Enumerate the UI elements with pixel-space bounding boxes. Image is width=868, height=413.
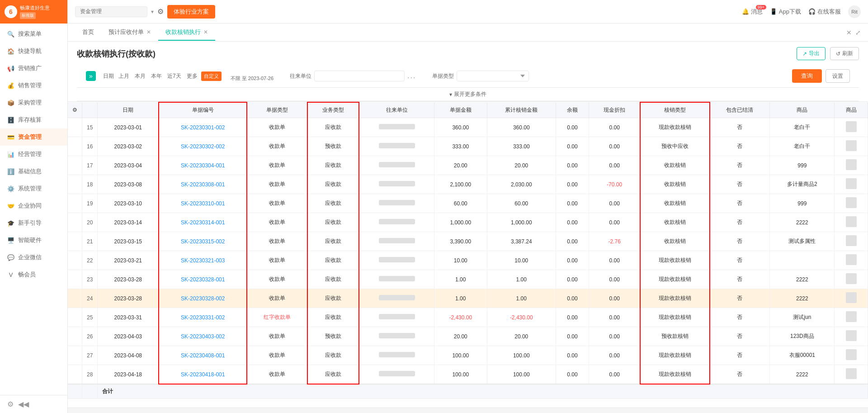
cell-order-no[interactable]: SK-20230314-001: [159, 213, 247, 232]
col-header-order-no[interactable]: 单据编号: [159, 102, 247, 118]
cell-settings[interactable]: [68, 175, 82, 194]
table-row[interactable]: 162023-03-02SK-20230302-002收款单预收款333.003…: [68, 137, 868, 156]
table-container[interactable]: ⚙ 日期 单据编号 单据类型 业务类型 往来单位 单据金额 累计核销金额 余额 …: [68, 102, 868, 408]
sidebar-item-purchase[interactable]: 📦 采购管理: [0, 94, 67, 111]
cell-settings[interactable]: [68, 137, 82, 156]
order-no-link[interactable]: SK-20230315-002: [181, 238, 225, 245]
cell-order-no[interactable]: SK-20230331-002: [159, 308, 247, 327]
table-row[interactable]: 192023-03-10SK-20230310-001收款单应收款60.0060…: [68, 194, 868, 213]
order-no-link[interactable]: SK-20230403-002: [181, 333, 225, 340]
cell-settings[interactable]: [68, 194, 82, 213]
table-row[interactable]: 232023-03-28SK-20230328-001收款单应收款1.001.0…: [68, 270, 868, 289]
tab-expand-icon[interactable]: ⤢: [855, 29, 861, 36]
col-header-order-type[interactable]: 单据类型: [247, 102, 307, 118]
date-btn-thismonth[interactable]: 本月: [133, 71, 147, 81]
cell-order-no[interactable]: SK-20230304-001: [159, 156, 247, 175]
order-no-link[interactable]: SK-20230310-001: [181, 200, 225, 207]
tab-prepay[interactable]: 预计应收付单 ✕: [101, 24, 158, 41]
sidebar-item-search[interactable]: 🔍 搜索菜单: [0, 25, 67, 43]
order-no-link[interactable]: SK-20230321-003: [181, 257, 225, 264]
cell-settings[interactable]: [68, 327, 82, 346]
col-header-include-settled[interactable]: 包含已结清: [710, 102, 770, 118]
cell-settings[interactable]: [68, 213, 82, 232]
col-header-cancel-type[interactable]: 核销类型: [640, 102, 710, 118]
cell-settings[interactable]: [68, 365, 82, 385]
tab-collection[interactable]: 收款核销执行 ✕: [158, 24, 215, 41]
notification-btn[interactable]: 🔔 消息 99+: [742, 8, 763, 16]
column-settings-icon[interactable]: ⚙: [72, 107, 77, 113]
collapse-icon[interactable]: ◀◀: [18, 400, 29, 408]
cell-order-no[interactable]: SK-20230321-003: [159, 251, 247, 270]
industry-btn[interactable]: 体验行业方案: [167, 5, 215, 19]
date-btn-lastmonth[interactable]: 上月: [117, 71, 131, 81]
col-header-product[interactable]: 商品: [770, 102, 835, 118]
order-no-link[interactable]: SK-20230308-001: [181, 181, 225, 188]
breadcrumb-input[interactable]: [75, 6, 147, 17]
cell-settings[interactable]: [68, 251, 82, 270]
sidebar-item-finance[interactable]: 💳 资金管理: [0, 128, 67, 146]
order-no-link[interactable]: SK-20230314-001: [181, 219, 225, 226]
refresh-btn[interactable]: ↺ 刷新: [830, 47, 859, 60]
sidebar-item-sales[interactable]: 💰 销售管理: [0, 77, 67, 94]
cell-order-no[interactable]: SK-20230301-002: [159, 118, 247, 137]
table-scroll-bar[interactable]: [68, 408, 868, 413]
tab-close-all-icon[interactable]: ✕: [846, 29, 852, 36]
cell-order-no[interactable]: SK-20230328-001: [159, 270, 247, 289]
sidebar-item-wechat[interactable]: 💬 企业微信: [0, 249, 67, 266]
table-row[interactable]: 152023-03-01SK-20230301-002收款单应收款360.003…: [68, 118, 868, 137]
export-btn[interactable]: ↗ 导出: [797, 47, 826, 60]
cell-order-no[interactable]: SK-20230310-001: [159, 194, 247, 213]
table-row[interactable]: 202023-03-14SK-20230314-001收款单应收款1,000.0…: [68, 213, 868, 232]
col-header-biz-type[interactable]: 业务类型: [307, 102, 359, 118]
cell-order-no[interactable]: SK-20230308-001: [159, 175, 247, 194]
col-header-cancel-amount[interactable]: 累计核销金额: [487, 102, 556, 118]
order-no-link[interactable]: SK-20230302-002: [181, 143, 225, 150]
table-row[interactable]: 182023-03-08SK-20230308-001收款单应收款2,100.0…: [68, 175, 868, 194]
sidebar-item-guide[interactable]: 🎓 新手引导: [0, 214, 67, 232]
partner-filter-input[interactable]: [314, 71, 405, 81]
sidebar-item-hardware[interactable]: 🖥️ 智能硬件: [0, 232, 67, 249]
cell-order-no[interactable]: SK-20230403-002: [159, 327, 247, 346]
table-row[interactable]: 242023-03-28SK-20230328-002收款单应收款1.001.0…: [68, 289, 868, 308]
table-row[interactable]: 172023-03-04SK-20230304-001收款单应收款20.0020…: [68, 156, 868, 175]
cell-settings[interactable]: [68, 289, 82, 308]
order-no-link[interactable]: SK-20230331-002: [181, 314, 225, 321]
app-download-btn[interactable]: 📱 App下载: [770, 8, 801, 16]
sidebar-item-operations[interactable]: 📊 经营管理: [0, 146, 67, 163]
expand-more-btn[interactable]: ▾ 展开更多条件: [449, 90, 486, 98]
order-no-link[interactable]: SK-20230328-002: [181, 295, 225, 302]
cell-settings[interactable]: [68, 270, 82, 289]
user-avatar[interactable]: Rit: [848, 5, 861, 18]
cell-settings[interactable]: [68, 308, 82, 327]
order-no-link[interactable]: SK-20230408-001: [181, 352, 225, 359]
cell-order-no[interactable]: SK-20230302-002: [159, 137, 247, 156]
cell-order-no[interactable]: SK-20230328-002: [159, 289, 247, 308]
table-row[interactable]: 252023-03-31SK-20230331-002红字收款单应收款-2,43…: [68, 308, 868, 327]
query-btn[interactable]: 查询: [792, 69, 822, 83]
online-service-btn[interactable]: 🎧 在线客服: [808, 8, 841, 16]
order-no-link[interactable]: SK-20230301-002: [181, 124, 225, 131]
table-row[interactable]: 212023-03-15SK-20230315-002收款单应收款3,390.0…: [68, 232, 868, 251]
sidebar-item-inventory[interactable]: 🗄️ 库存核算: [0, 111, 67, 128]
col-header-settings[interactable]: ⚙: [68, 102, 82, 118]
sidebar-item-system[interactable]: ⚙️ 系统管理: [0, 180, 67, 197]
sidebar-item-marketing[interactable]: 📢 营销推广: [0, 60, 67, 77]
sidebar-item-member[interactable]: V 畅会员: [0, 266, 67, 283]
topbar-gear-icon[interactable]: ⚙: [157, 7, 164, 16]
table-row[interactable]: 222023-03-21SK-20230321-003收款单应收款10.0010…: [68, 251, 868, 270]
col-header-date[interactable]: 日期: [98, 102, 159, 118]
date-btn-custom[interactable]: 自定义: [201, 71, 222, 81]
tab-prepay-close[interactable]: ✕: [146, 29, 151, 35]
table-row[interactable]: 272023-04-08SK-20230408-001收款单应收款100.001…: [68, 346, 868, 365]
col-header-partner[interactable]: 往来单位: [359, 102, 434, 118]
cell-order-no[interactable]: SK-20230418-001: [159, 365, 247, 385]
cell-settings[interactable]: [68, 232, 82, 251]
order-no-link[interactable]: SK-20230328-001: [181, 276, 225, 283]
order-no-link[interactable]: SK-20230418-001: [181, 371, 225, 378]
order-no-link[interactable]: SK-20230304-001: [181, 162, 225, 169]
tab-home[interactable]: 首页: [75, 24, 101, 41]
cell-settings[interactable]: [68, 346, 82, 365]
order-type-select[interactable]: [457, 71, 529, 81]
date-btn-more[interactable]: 更多: [185, 71, 199, 81]
sidebar-item-enterprise[interactable]: 🤝 企业协同: [0, 197, 67, 214]
